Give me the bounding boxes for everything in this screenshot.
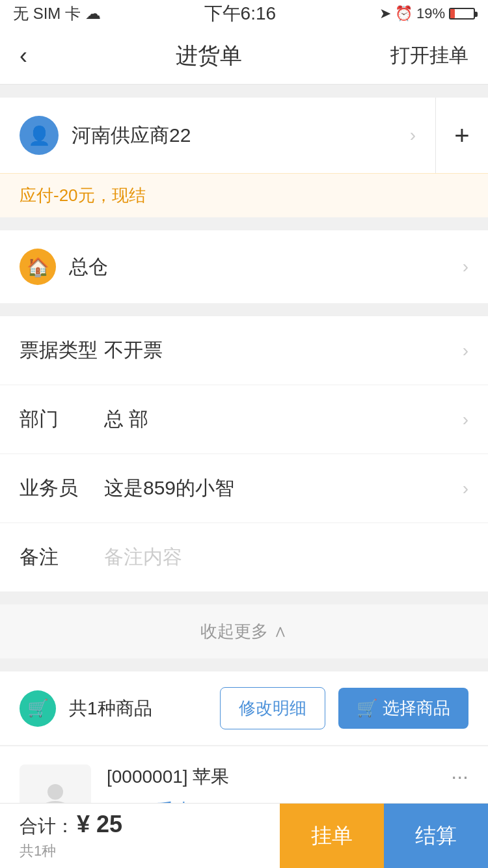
collapse-label: 收起更多 ∧ <box>200 621 287 641</box>
invoice-type-value: 不开票 <box>104 337 463 364</box>
product-code: [0000001] <box>107 766 188 787</box>
department-value: 总 部 <box>104 406 463 433</box>
battery-percent: 19% <box>416 5 445 22</box>
notice-bar: 应付-20元，现结 <box>0 173 488 217</box>
product-name: [0000001] 苹果 <box>107 765 435 789</box>
department-row[interactable]: 部门 总 部 › <box>0 385 488 454</box>
warehouse-chevron-icon: › <box>463 256 468 277</box>
more-dots-icon: ··· <box>451 765 468 789</box>
department-chevron-icon: › <box>463 409 468 430</box>
remark-row[interactable]: 备注 备注内容 <box>0 523 488 591</box>
total-count: 共1种 <box>20 841 260 861</box>
checkout-label: 结算 <box>415 822 457 850</box>
product-more-button[interactable]: ··· <box>451 765 468 789</box>
select-product-button[interactable]: 🛒 选择商品 <box>338 688 468 729</box>
form-section: 票据类型 不开票 › 部门 总 部 › 业务员 这是859的小智 › 备注 备注… <box>0 316 488 591</box>
battery-icon <box>449 8 475 20</box>
invoice-type-chevron-icon: › <box>463 340 468 361</box>
total-label: 合计： <box>20 814 74 839</box>
supplier-chevron-icon: › <box>410 125 416 146</box>
supplier-selector[interactable]: 👤 河南供应商22 › <box>0 98 436 173</box>
select-cart-icon: 🛒 <box>357 698 377 718</box>
collapse-bar[interactable]: 收起更多 ∧ <box>0 604 488 658</box>
back-button[interactable]: ‹ <box>20 42 27 70</box>
checkout-button[interactable]: 结算 <box>384 804 488 868</box>
salesperson-label: 业务员 <box>20 475 104 502</box>
location-icon: ➤ <box>379 5 391 22</box>
supplier-section: 👤 河南供应商22 › + <box>0 98 488 173</box>
total-amount: ¥ 25 <box>77 811 122 838</box>
total-area: 合计： ¥ 25 共1种 <box>0 804 280 868</box>
status-right: ➤ ⏰ 19% <box>379 5 475 22</box>
hang-label: 挂单 <box>311 822 353 850</box>
sim-text: 无 SIM 卡 ☁ <box>13 3 101 24</box>
salesperson-row[interactable]: 业务员 这是859的小智 › <box>0 454 488 523</box>
warehouse-name: 总仓 <box>69 254 463 280</box>
alarm-icon: ⏰ <box>395 5 413 22</box>
edit-detail-button[interactable]: 修改明细 <box>220 687 325 729</box>
cart-icon: 🛒 <box>27 698 48 718</box>
salesperson-value: 这是859的小智 <box>104 475 463 502</box>
status-left: 无 SIM 卡 ☁ <box>13 3 101 24</box>
notice-text: 应付-20元，现结 <box>20 185 146 205</box>
open-hang-button[interactable]: 打开挂单 <box>390 42 468 69</box>
select-product-label: 选择商品 <box>383 697 450 720</box>
nav-bar: ‹ 进货单 打开挂单 <box>0 27 488 85</box>
invoice-type-label: 票据类型 <box>20 337 104 364</box>
avatar-icon: 👤 <box>28 125 51 146</box>
warehouse-icon: 🏠 <box>20 249 56 285</box>
department-label: 部门 <box>20 406 104 433</box>
bottom-bar: 合计： ¥ 25 共1种 挂单 结算 <box>0 803 488 868</box>
invoice-type-row[interactable]: 票据类型 不开票 › <box>0 316 488 385</box>
status-bar: 无 SIM 卡 ☁ 下午6:16 ➤ ⏰ 19% <box>0 0 488 27</box>
add-icon: + <box>454 121 469 150</box>
products-header: 🛒 共1种商品 修改明细 🛒 选择商品 <box>0 671 488 745</box>
products-count: 共1种商品 <box>69 696 207 721</box>
salesperson-chevron-icon: › <box>463 478 468 499</box>
svg-point-0 <box>47 784 63 800</box>
hang-button[interactable]: 挂单 <box>280 804 384 868</box>
remark-input[interactable]: 备注内容 <box>104 544 468 571</box>
status-time: 下午6:16 <box>204 1 277 26</box>
supplier-add-button[interactable]: + <box>436 98 488 173</box>
remark-label: 备注 <box>20 544 104 571</box>
page-title: 进货单 <box>176 41 242 71</box>
products-icon: 🛒 <box>20 690 56 727</box>
warehouse-symbol: 🏠 <box>27 256 49 278</box>
product-title: 苹果 <box>193 766 229 787</box>
warehouse-section[interactable]: 🏠 总仓 › <box>0 230 488 303</box>
supplier-name: 河南供应商22 <box>72 122 410 149</box>
supplier-avatar: 👤 <box>20 116 59 155</box>
